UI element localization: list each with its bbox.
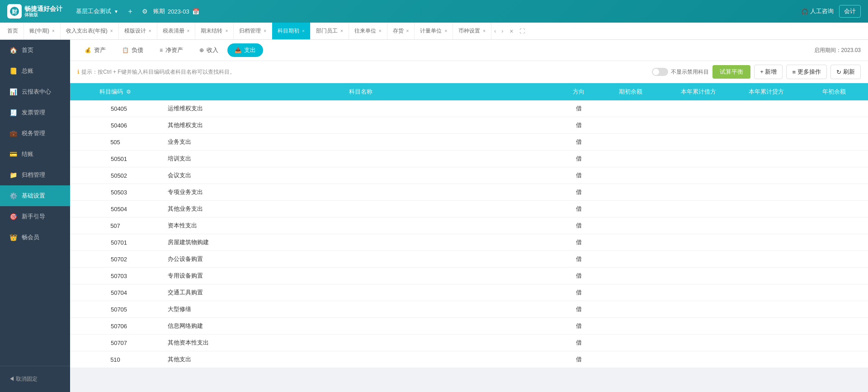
cell-year-debit[interactable] <box>665 151 732 167</box>
cell-year-balance[interactable] <box>800 134 868 151</box>
cell-year-credit[interactable] <box>732 284 800 301</box>
cell-year-credit[interactable] <box>732 151 800 167</box>
tab-dept-staff[interactable]: 部门员工 × <box>311 23 349 40</box>
cell-year-credit[interactable] <box>732 351 800 368</box>
table-row[interactable]: 50501 培训支出 借 <box>70 151 868 167</box>
cell-period-balance[interactable] <box>597 335 665 351</box>
sidebar-item-tax[interactable]: 💼 税务管理 <box>0 123 70 144</box>
cell-year-balance[interactable] <box>800 284 868 301</box>
sub-tab-net-asset[interactable]: ≡ 净资产 <box>152 43 190 57</box>
service-button[interactable]: 🎧 人工咨询 <box>801 7 834 15</box>
cell-year-balance[interactable] <box>800 167 868 184</box>
cell-period-balance[interactable] <box>597 268 665 284</box>
tab-archive[interactable]: 归档管理 × <box>234 23 272 40</box>
tab-subject-init[interactable]: 科目期初 × <box>272 23 311 40</box>
cell-period-balance[interactable] <box>597 134 665 151</box>
tab-inventory[interactable]: 存货 × <box>387 23 415 40</box>
cell-year-credit[interactable] <box>732 100 800 117</box>
tab-close-icon[interactable]: × <box>302 28 305 33</box>
sub-tab-income[interactable]: ⊕ 收入 <box>192 43 226 57</box>
cell-year-debit[interactable] <box>665 100 732 117</box>
sidebar-item-settings[interactable]: ⚙️ 基础设置 <box>0 185 70 206</box>
cell-year-balance[interactable] <box>800 117 868 134</box>
tab-prev-button[interactable]: ‹ <box>491 26 499 36</box>
tab-close-icon[interactable]: × <box>264 28 266 33</box>
cell-year-debit[interactable] <box>665 251 732 268</box>
sub-tab-asset[interactable]: 💰 资产 <box>77 43 113 57</box>
cell-year-balance[interactable] <box>800 251 868 268</box>
cell-year-credit[interactable] <box>732 318 800 335</box>
cell-year-balance[interactable] <box>800 201 868 217</box>
cell-period-balance[interactable] <box>597 184 665 201</box>
account-button[interactable]: 会计 <box>839 5 861 18</box>
sidebar-item-guide[interactable]: 🎯 新手引导 <box>0 206 70 227</box>
tab-tax-list[interactable]: 税表清册 × <box>157 23 196 40</box>
cell-year-credit[interactable] <box>732 134 800 151</box>
table-wrapper[interactable]: 科目编码 ⚙ 科目名称 方向 期初余额 本年累计借方 <box>70 83 868 392</box>
cell-period-balance[interactable] <box>597 217 665 234</box>
tab-close-icon[interactable]: × <box>406 28 409 33</box>
tab-expand-button[interactable]: ⛶ <box>517 26 528 36</box>
cell-year-balance[interactable] <box>800 100 868 117</box>
tab-close-all-button[interactable]: × <box>506 26 517 37</box>
cell-year-debit[interactable] <box>665 184 732 201</box>
sidebar-item-reports[interactable]: 📊 云报表中心 <box>0 81 70 102</box>
table-row[interactable]: 50503 专项业务支出 借 <box>70 184 868 201</box>
cell-year-debit[interactable] <box>665 134 732 151</box>
cell-period-balance[interactable] <box>597 100 665 117</box>
gear-icon[interactable]: ⚙ <box>126 89 131 95</box>
tab-currency[interactable]: 币种设置 × <box>453 23 491 40</box>
cell-year-credit[interactable] <box>732 268 800 284</box>
cell-period-balance[interactable] <box>597 351 665 368</box>
cell-year-credit[interactable] <box>732 335 800 351</box>
balance-button[interactable]: 试算平衡 <box>712 65 750 79</box>
col-header-code[interactable]: 科目编码 ⚙ <box>70 83 160 100</box>
tab-close-icon[interactable]: × <box>483 28 486 33</box>
cell-year-debit[interactable] <box>665 201 732 217</box>
table-row[interactable]: 50504 其他业务支出 借 <box>70 201 868 217</box>
tab-close-icon[interactable]: × <box>340 28 343 33</box>
sub-tab-liability[interactable]: 📋 负债 <box>115 43 151 57</box>
cell-year-debit[interactable] <box>665 268 732 284</box>
cell-period-balance[interactable] <box>597 301 665 318</box>
toggle-disabled-subjects[interactable] <box>652 68 668 76</box>
cell-year-debit[interactable] <box>665 318 732 335</box>
cell-year-credit[interactable] <box>732 251 800 268</box>
cell-year-balance[interactable] <box>800 301 868 318</box>
collapse-button[interactable]: ◀ 取消固定 <box>0 372 70 387</box>
sidebar-item-ledger[interactable]: 📒 总账 <box>0 61 70 81</box>
tab-period-transfer[interactable]: 期末结转 × <box>195 23 234 40</box>
cell-year-balance[interactable] <box>800 151 868 167</box>
sidebar-item-settle[interactable]: 💳 结账 <box>0 144 70 165</box>
tab-next-button[interactable]: › <box>499 26 506 36</box>
table-row[interactable]: 50701 房屋建筑物购建 借 <box>70 234 868 251</box>
tab-close-icon[interactable]: × <box>110 28 113 33</box>
cell-year-balance[interactable] <box>800 184 868 201</box>
tab-unit[interactable]: 计量单位 × <box>415 23 453 40</box>
tab-close-icon[interactable]: × <box>149 28 151 33</box>
cell-year-credit[interactable] <box>732 184 800 201</box>
cell-year-debit[interactable] <box>665 234 732 251</box>
tab-close-icon[interactable]: × <box>52 28 55 33</box>
tab-home[interactable]: 首页 <box>2 23 24 40</box>
table-row[interactable]: 50704 交通工具购置 借 <box>70 284 868 301</box>
sidebar-item-home[interactable]: 🏠 首页 <box>0 40 70 61</box>
add-button[interactable]: + 新增 <box>754 65 783 79</box>
calendar-icon[interactable]: 📅 <box>192 8 199 15</box>
tab-close-icon[interactable]: × <box>379 28 382 33</box>
cell-year-balance[interactable] <box>800 217 868 234</box>
add-company-button[interactable]: ＋ <box>124 6 137 17</box>
settings-icon[interactable]: ⚙ <box>142 8 148 15</box>
cell-year-debit[interactable] <box>665 335 732 351</box>
tab-income-report[interactable]: 收入支出表(年报) × <box>61 23 119 40</box>
table-row[interactable]: 50703 专用设备购置 借 <box>70 268 868 284</box>
table-row[interactable]: 50502 会议支出 借 <box>70 167 868 184</box>
cell-period-balance[interactable] <box>597 151 665 167</box>
sidebar-item-invoice[interactable]: 🧾 发票管理 <box>0 102 70 123</box>
cell-period-balance[interactable] <box>597 284 665 301</box>
sub-tab-expense[interactable]: 📤 支出 <box>227 43 263 57</box>
more-operations-button[interactable]: ≡ 更多操作 <box>786 65 827 79</box>
sidebar-item-archive[interactable]: 📁 归档管理 <box>0 165 70 185</box>
cell-period-balance[interactable] <box>597 201 665 217</box>
cell-year-debit[interactable] <box>665 217 732 234</box>
